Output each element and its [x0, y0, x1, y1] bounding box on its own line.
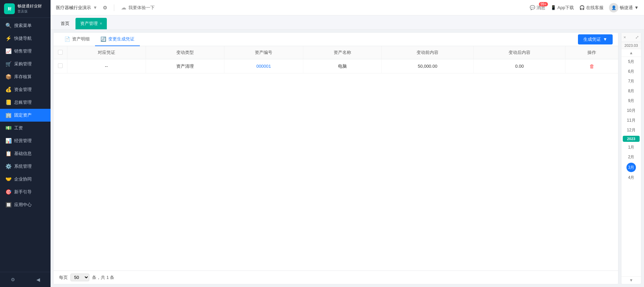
- sidebar-item-coop[interactable]: 🤝 企业协同: [0, 173, 51, 186]
- search-icon: 🔍: [5, 23, 11, 29]
- app-download-button[interactable]: 📱 App下载: [551, 5, 574, 11]
- sidebar-footer: ⚙ ◀: [0, 272, 51, 287]
- sidebar-item-purchase[interactable]: 🛒 采购管理: [0, 58, 51, 70]
- settings-button[interactable]: ⚙: [9, 275, 17, 284]
- right-panel: × ⤢ 2023.03 ▲ 5月 6月 7月 8月 9月 10月 11月 12月…: [621, 32, 641, 284]
- tab-home[interactable]: 首页: [56, 18, 74, 29]
- month-5[interactable]: 5月: [621, 57, 641, 67]
- sidebar-item-quicknav[interactable]: ⚡ 快捷导航: [0, 32, 51, 45]
- basic-icon: 📋: [5, 151, 11, 157]
- sidebar-item-inventory[interactable]: 📦 库存核算: [0, 70, 51, 83]
- right-panel-nav-up[interactable]: ▲: [621, 49, 641, 57]
- row-after-change: 0.00: [473, 59, 565, 73]
- month-6[interactable]: 6月: [621, 67, 641, 76]
- sidebar-item-payroll[interactable]: 💵 工资: [0, 122, 51, 134]
- right-panel-close-button[interactable]: ×: [623, 35, 626, 40]
- sales-icon: 📈: [5, 48, 11, 54]
- collapse-button[interactable]: ◀: [34, 275, 42, 284]
- sidebar-item-guide[interactable]: 🎯 新手引导: [0, 186, 51, 198]
- row-voucher: --: [67, 59, 146, 73]
- sidebar-item-search[interactable]: 🔍 搜索菜单: [0, 19, 51, 32]
- system-icon: ⚙️: [5, 163, 11, 169]
- year-2023-label: 2023: [623, 136, 640, 142]
- cloud-icon: ☁: [121, 4, 126, 11]
- logo-text: 畅捷通好业财: [18, 4, 42, 9]
- asset-table: 对应凭证 变动类型 资产编号 资产名称 变动前内容 变动后内容 操作: [54, 46, 618, 73]
- sidebar-item-operations[interactable]: 📊 经营管理: [0, 134, 51, 147]
- header-change-type: 变动类型: [146, 46, 224, 59]
- right-panel-month-list: 5月 6月 7月 8月 9月 10月 11月 12月 2023 1月 2月 3月…: [621, 57, 641, 276]
- company-selector[interactable]: 医疗器械行业演示 ▼: [56, 5, 97, 11]
- sidebar-item-fixed[interactable]: 🏢 固定资产: [0, 109, 51, 122]
- sub-tabs: 📄 资产明细 🔄 变更生成凭证 生成凭证 ▼: [54, 33, 618, 46]
- app-download-icon: 📱: [551, 5, 556, 10]
- header-asset-code: 资产编号: [224, 46, 303, 59]
- month-2[interactable]: 2月: [621, 152, 641, 162]
- delete-row-button[interactable]: 🗑: [587, 63, 596, 70]
- experience-button[interactable]: ☁ 我要体验一下: [121, 4, 155, 11]
- settings-gear-icon[interactable]: ⚙: [103, 5, 107, 11]
- month-10[interactable]: 10月: [621, 106, 641, 116]
- header-before-change: 变动前内容: [381, 46, 473, 59]
- row-before-change: 50,000.00: [381, 59, 473, 73]
- select-all-checkbox[interactable]: [58, 50, 63, 55]
- month-9[interactable]: 9月: [621, 96, 641, 106]
- sub-tab-asset-detail[interactable]: 📄 资产明细: [59, 33, 95, 46]
- right-panel-expand-button[interactable]: ⤢: [635, 35, 639, 40]
- company-name: 医疗器械行业演示: [56, 5, 91, 11]
- sidebar-item-basic[interactable]: 📋 基础信息: [0, 147, 51, 160]
- topbar: 医疗器械行业演示 ▼ ⚙ ☁ 我要体验一下 💬 消息 99+ 📱 App下载 🎧…: [51, 0, 644, 15]
- company-arrow-icon: ▼: [93, 5, 97, 10]
- table-container: 对应凭证 变动类型 资产编号 资产名称 变动前内容 变动后内容 操作: [54, 46, 618, 270]
- table-row: -- 资产清理 000001 电脑 50,000.00 0.00 🗑: [54, 59, 618, 73]
- purchase-icon: 🛒: [5, 61, 11, 67]
- operations-icon: 📊: [5, 138, 11, 144]
- row-asset-code: 000001: [224, 59, 303, 73]
- messages-badge: 99+: [539, 2, 548, 6]
- sidebar-item-system[interactable]: ⚙️ 系统管理: [0, 160, 51, 173]
- sidebar-logo: 财 畅捷通好业财 普及版: [0, 0, 51, 18]
- sidebar-item-appstore[interactable]: 🔲 应用中心: [0, 198, 51, 211]
- sub-tab-generate-voucher[interactable]: 🔄 变更生成凭证: [95, 33, 140, 46]
- per-page-select[interactable]: 50 10 20 100: [70, 274, 89, 281]
- per-page-label: 每页: [59, 275, 68, 281]
- sidebar-item-finance[interactable]: 💰 资金管理: [0, 83, 51, 96]
- avatar: 👤: [609, 3, 618, 12]
- logo-icon: 财: [4, 3, 15, 14]
- month-8[interactable]: 8月: [621, 86, 641, 96]
- finance-icon: 💰: [5, 87, 11, 93]
- generate-voucher-icon: 🔄: [100, 36, 106, 42]
- row-asset-name: 电脑: [303, 59, 381, 73]
- header-after-change: 变动后内容: [473, 46, 565, 59]
- main-panel: 📄 资产明细 🔄 变更生成凭证 生成凭证 ▼: [53, 32, 618, 284]
- content-area: 📄 资产明细 🔄 变更生成凭证 生成凭证 ▼: [51, 30, 644, 287]
- customer-service-button[interactable]: 🎧 在线客服: [579, 5, 604, 11]
- sidebar-item-sales[interactable]: 📈 销售管理: [0, 45, 51, 58]
- row-checkbox[interactable]: [58, 63, 63, 68]
- month-3-active[interactable]: 3月: [626, 163, 636, 172]
- header-action: 操作: [565, 46, 618, 59]
- tab-close-icon[interactable]: ×: [100, 21, 102, 26]
- header-checkbox-cell: [54, 46, 67, 59]
- appstore-icon: 🔲: [5, 202, 11, 208]
- user-profile[interactable]: 👤 畅捷通 ▼: [609, 3, 639, 12]
- header-voucher: 对应凭证: [67, 46, 146, 59]
- pagination-bar: 每页 50 10 20 100 条，共 1 条: [54, 270, 618, 284]
- right-panel-nav-down[interactable]: ▼: [621, 276, 641, 284]
- asset-detail-icon: 📄: [64, 36, 70, 42]
- ledger-icon: 📒: [5, 99, 11, 105]
- topbar-divider: [114, 4, 114, 11]
- month-7[interactable]: 7月: [621, 76, 641, 86]
- generate-voucher-button[interactable]: 生成凭证 ▼: [578, 34, 613, 44]
- header-asset-name: 资产名称: [303, 46, 381, 59]
- topbar-right: 💬 消息 99+ 📱 App下载 🎧 在线客服 👤 畅捷通 ▼: [530, 3, 639, 12]
- customer-service-icon: 🎧: [579, 5, 585, 10]
- messages-button[interactable]: 💬 消息 99+: [530, 5, 545, 11]
- month-11[interactable]: 11月: [621, 116, 641, 125]
- month-4[interactable]: 4月: [621, 173, 641, 183]
- month-12[interactable]: 12月: [621, 125, 641, 135]
- sidebar-item-ledger[interactable]: 📒 总账管理: [0, 96, 51, 109]
- row-checkbox-cell: [54, 59, 67, 73]
- tab-asset-management[interactable]: 资产管理 ×: [75, 18, 107, 29]
- month-1[interactable]: 1月: [621, 142, 641, 152]
